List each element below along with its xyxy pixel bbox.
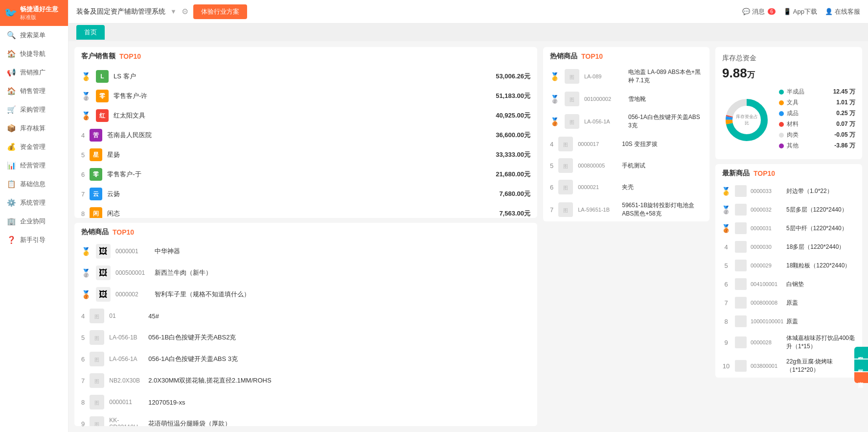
cs-community-button[interactable]: 服务社区 bbox=[854, 360, 868, 371]
tab-home[interactable]: 首页 bbox=[76, 25, 105, 40]
legend-left: 材料 bbox=[779, 120, 799, 128]
hot-products-header: 热销商品 TOP10 bbox=[74, 223, 537, 240]
rank-medal: 7 bbox=[81, 191, 85, 198]
sidebar-item-enterprise[interactable]: 🏢 企业协同 bbox=[0, 212, 68, 231]
guide-icon: ❓ bbox=[7, 236, 16, 244]
customer-avatar: 闲 bbox=[90, 207, 102, 218]
sidebar-item-label: 新手引导 bbox=[20, 236, 46, 244]
sidebar-item-label: 营销推广 bbox=[20, 68, 46, 77]
customer-name: 云扬 bbox=[107, 190, 494, 198]
legend-dot bbox=[779, 122, 784, 127]
svg-rect-32 bbox=[735, 204, 747, 216]
legend-value: 1.01 万 bbox=[836, 98, 855, 107]
np-thumb bbox=[735, 336, 747, 348]
legend-name: 其他 bbox=[787, 142, 799, 150]
ops-icon: 📊 bbox=[7, 161, 16, 170]
svg-text:图: 图 bbox=[563, 142, 568, 147]
sidebar-item-marketing[interactable]: 📢 营销推广 bbox=[0, 63, 68, 82]
hot-product-item: 7 图 NB2.0X30B 2.0X30MM双搓花轴,搓花直径2.1MM/ROH… bbox=[74, 370, 537, 391]
sidebar-item-operations[interactable]: 📊 经营管理 bbox=[0, 156, 68, 175]
hot-product-item: 8 图 0000011 12070519-xs bbox=[74, 391, 537, 413]
product-thumb: 图 bbox=[90, 330, 104, 345]
np-name: 封边带（1.0*22） bbox=[786, 187, 856, 195]
app-download-button[interactable]: 📱 App下载 bbox=[783, 7, 817, 16]
product-code: 0000017 bbox=[578, 141, 617, 147]
rank-medal: 9 bbox=[81, 420, 85, 426]
np-name: 原盖 bbox=[786, 317, 856, 326]
title-arrow-icon: ▼ bbox=[170, 8, 177, 15]
customer-name: 零售客户-许 bbox=[114, 92, 491, 100]
sidebar-item-search[interactable]: 🔍 搜索菜单 bbox=[0, 26, 68, 45]
trial-button[interactable]: 体验行业方案 bbox=[193, 4, 247, 19]
svg-text:图: 图 bbox=[94, 336, 99, 341]
customer-avatar: 苦 bbox=[90, 129, 102, 142]
cs-hotline-button[interactable]: 客服热线 bbox=[854, 347, 868, 359]
customer-service-float: 客服热线 服务社区 直播 bbox=[854, 347, 868, 383]
rank-medal: 🥇 bbox=[81, 72, 91, 81]
logo-line1: 畅捷通好生意 bbox=[20, 5, 58, 14]
service-button[interactable]: 👤 在线客服 bbox=[825, 7, 860, 16]
np-thumb bbox=[735, 185, 747, 197]
np-name: 18颗粒板（1220*2440） bbox=[786, 262, 856, 270]
inventory-total: 9.88万 bbox=[722, 66, 855, 81]
product-code: 01 bbox=[109, 312, 143, 319]
rank-medal: 8 bbox=[81, 210, 85, 217]
message-label: 消息 bbox=[752, 7, 765, 16]
sidebar-item-quicknav[interactable]: 🏠 快捷导航 bbox=[0, 45, 68, 63]
customer-amount: 51,183.00元 bbox=[496, 92, 530, 100]
sidebar: 🐦 畅捷通好生意 标准版 🔍 搜索菜单 🏠 快捷导航 📢 营销推广 🏠 销售管理… bbox=[0, 0, 69, 432]
sidebar-item-purchase[interactable]: 🛒 采购管理 bbox=[0, 100, 68, 119]
message-button[interactable]: 💬 消息 6 bbox=[742, 7, 776, 16]
sidebar-item-finance[interactable]: 💰 资金管理 bbox=[0, 138, 68, 156]
customer-avatar: 红 bbox=[96, 109, 109, 122]
np-name: 5层多层（1220*2440） bbox=[786, 206, 856, 214]
sidebar-item-system[interactable]: ⚙️ 系统管理 bbox=[0, 193, 68, 212]
svg-rect-31 bbox=[735, 185, 747, 197]
product-thumb: 图 bbox=[90, 416, 104, 426]
middle-column: 热销商品 TOP10 🥇 图 LA-089 电池盖 LA-089 ABS本色+黑… bbox=[543, 47, 709, 426]
svg-rect-36 bbox=[735, 278, 747, 290]
np-rank-medal: 10 bbox=[721, 362, 731, 370]
sidebar-item-inventory[interactable]: 📦 库存核算 bbox=[0, 119, 68, 138]
sidebar-item-sales[interactable]: 🏠 销售管理 bbox=[0, 82, 68, 100]
svg-text:图: 图 bbox=[563, 185, 568, 191]
legend-dot bbox=[779, 133, 784, 138]
product-code: 000800005 bbox=[578, 163, 617, 168]
new-product-item: 8 10000100001 原盖 bbox=[715, 312, 862, 331]
hot-products-card: 热销商品 TOP10 🥇 🖼 0000001 中华神器 🥈 🖼 00050000… bbox=[74, 223, 537, 426]
customer-rank-item: 4 苦 苍南县人民医院 36,600.00元 bbox=[74, 125, 537, 145]
product-code: KK-SD22110H bbox=[109, 417, 143, 426]
customer-name: 苍南县人民医院 bbox=[107, 131, 491, 140]
header-right: 💬 消息 6 📱 App下载 👤 在线客服 bbox=[742, 7, 860, 16]
gear-icon[interactable]: ⚙ bbox=[182, 7, 188, 16]
customer-amount: 33,333.00元 bbox=[496, 150, 530, 159]
sidebar-item-guide[interactable]: ❓ 新手引导 bbox=[0, 231, 68, 249]
product-code: 0000011 bbox=[109, 399, 143, 406]
customer-name: 闲态 bbox=[107, 209, 494, 218]
legend-value: 0.07 万 bbox=[836, 120, 855, 128]
product-thumb: 🖼 bbox=[96, 287, 111, 302]
sidebar-item-base[interactable]: 📋 基础信息 bbox=[0, 175, 68, 193]
np-code: 004100001 bbox=[751, 281, 782, 287]
legend-left: 其他 bbox=[779, 142, 799, 150]
np-rank-medal: 7 bbox=[721, 299, 731, 307]
cs-live-button[interactable]: 直播 bbox=[854, 372, 868, 383]
np-thumb bbox=[735, 297, 747, 309]
marketing-icon: 📢 bbox=[7, 68, 16, 77]
product-thumb: 图 bbox=[90, 373, 104, 388]
svg-text:图: 图 bbox=[94, 422, 99, 426]
customer-amount: 7,563.00元 bbox=[499, 209, 530, 218]
np-code: 0000029 bbox=[751, 263, 782, 268]
np-rank-medal: 🥉 bbox=[721, 224, 731, 233]
hot-product-item: 6 图 LA-056-1A 056-1A白色按键开关盖ABS 3克 bbox=[74, 348, 537, 370]
legend-name: 半成品 bbox=[787, 88, 804, 96]
purchase-icon: 🛒 bbox=[7, 105, 16, 114]
legend-left: 文具 bbox=[779, 98, 799, 107]
legend-item: 材料 0.07 万 bbox=[779, 120, 855, 128]
service-icon: 👤 bbox=[825, 8, 833, 15]
product-name: 电池盖 LA-089 ABS本色+黑种 7.1克 bbox=[628, 68, 703, 85]
product-name: 45# bbox=[148, 312, 530, 320]
np-code: 0000032 bbox=[751, 207, 782, 213]
rank-medal: 6 bbox=[81, 356, 85, 363]
customer-ranking-header: 客户销售额 TOP10 bbox=[74, 47, 537, 65]
